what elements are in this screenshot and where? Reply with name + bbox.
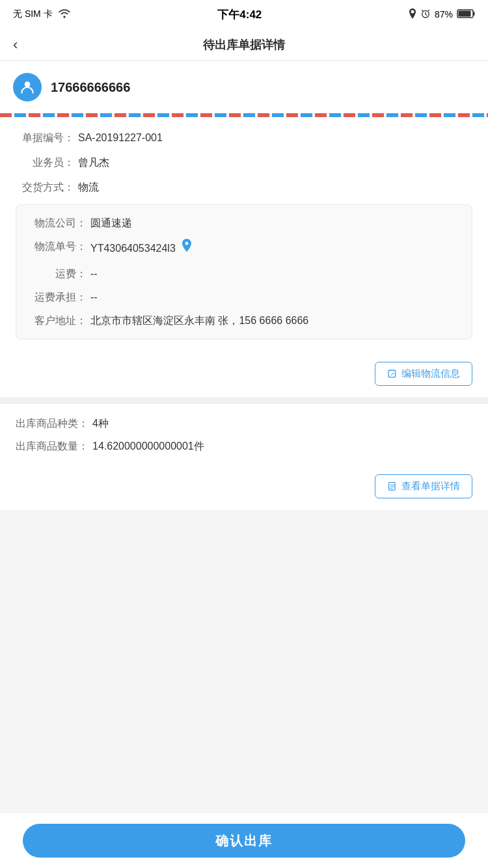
edit-btn-container: 编辑物流信息 bbox=[0, 353, 488, 398]
goods-types-row: 出库商品种类： 4种 bbox=[16, 417, 472, 431]
logistics-company-label: 物流公司： bbox=[28, 215, 87, 231]
status-right: 87% bbox=[409, 8, 475, 21]
edit-icon bbox=[387, 369, 398, 379]
order-no-value: SA-20191227-001 bbox=[78, 130, 472, 146]
sales-person-label: 业务员： bbox=[16, 155, 74, 170]
edit-logistics-button[interactable]: 编辑物流信息 bbox=[375, 362, 472, 386]
sales-person-row: 业务员： 曾凡杰 bbox=[16, 155, 472, 170]
goods-quantity-label: 出库商品数量： bbox=[16, 440, 88, 454]
svg-rect-6 bbox=[389, 482, 395, 490]
delivery-method-value: 物流 bbox=[78, 180, 472, 195]
logistics-card: 物流公司： 圆通速递 物流单号： YT43064053424l3 运费： -- … bbox=[16, 204, 472, 340]
freight-row: 运费： -- bbox=[28, 266, 460, 282]
freight-value: -- bbox=[90, 266, 460, 282]
customer-phone: 17666666666 bbox=[51, 80, 130, 95]
freight-label: 运费： bbox=[28, 266, 87, 282]
confirm-btn-container: 确认出库 bbox=[0, 813, 488, 868]
back-button[interactable]: ‹ bbox=[13, 36, 39, 53]
battery-icon bbox=[457, 9, 475, 20]
goods-types-label: 出库商品种类： bbox=[16, 417, 88, 431]
alarm-status-icon bbox=[420, 8, 431, 21]
sales-person-value: 曾凡杰 bbox=[78, 155, 472, 170]
document-icon bbox=[387, 481, 398, 492]
address-row: 客户地址： 北京市市辖区海淀区永丰南 张，156 6666 6666 bbox=[28, 313, 460, 329]
delivery-method-row: 交货方式： 物流 bbox=[16, 180, 472, 195]
view-btn-container: 查看单据详情 bbox=[0, 467, 488, 510]
freight-bearer-row: 运费承担： -- bbox=[28, 290, 460, 305]
tracking-no-label: 物流单号： bbox=[28, 239, 87, 254]
tracking-no-row: 物流单号： YT43064053424l3 bbox=[28, 239, 460, 258]
confirm-outbound-button[interactable]: 确认出库 bbox=[23, 824, 465, 858]
status-bar: 无 SIM 卡 下午4:42 87% bbox=[0, 0, 488, 29]
svg-rect-5 bbox=[388, 370, 396, 377]
goods-section: 出库商品种类： 4种 出库商品数量： 14.620000000000001件 bbox=[0, 404, 488, 467]
location-status-icon bbox=[409, 8, 416, 21]
tracking-no-value: YT43064053424l3 bbox=[90, 239, 460, 258]
customer-avatar bbox=[13, 73, 42, 102]
status-left: 无 SIM 卡 bbox=[13, 8, 71, 20]
page-title: 待出库单据详情 bbox=[203, 37, 285, 53]
battery-label: 87% bbox=[435, 9, 453, 20]
freight-bearer-value: -- bbox=[90, 290, 460, 305]
address-label: 客户地址： bbox=[28, 313, 87, 329]
view-details-button[interactable]: 查看单据详情 bbox=[375, 474, 472, 498]
goods-quantity-value: 14.620000000000001件 bbox=[92, 440, 204, 454]
logistics-company-row: 物流公司： 圆通速递 bbox=[28, 215, 460, 231]
status-time: 下午4:42 bbox=[217, 7, 262, 22]
page-spacer bbox=[0, 510, 488, 809]
order-no-label: 单据编号： bbox=[16, 130, 74, 146]
carrier-label: 无 SIM 卡 bbox=[13, 8, 53, 20]
delivery-method-label: 交货方式： bbox=[16, 180, 74, 195]
person-icon bbox=[19, 79, 36, 96]
wifi-icon bbox=[58, 9, 71, 20]
svg-rect-3 bbox=[458, 10, 470, 16]
goods-types-value: 4种 bbox=[92, 417, 109, 431]
tracking-location-icon[interactable] bbox=[181, 239, 193, 258]
goods-quantity-row: 出库商品数量： 14.620000000000001件 bbox=[16, 440, 472, 454]
address-value: 北京市市辖区海淀区永丰南 张，156 6666 6666 bbox=[90, 313, 460, 329]
svg-rect-2 bbox=[473, 12, 475, 16]
svg-point-4 bbox=[25, 81, 31, 87]
customer-header: 17666666666 bbox=[0, 61, 488, 113]
order-no-row: 单据编号： SA-20191227-001 bbox=[16, 130, 472, 146]
logistics-company-value: 圆通速递 bbox=[90, 215, 460, 231]
section-divider bbox=[0, 398, 488, 404]
order-info-section: 单据编号： SA-20191227-001 业务员： 曾凡杰 交货方式： 物流 … bbox=[0, 117, 488, 353]
nav-bar: ‹ 待出库单据详情 bbox=[0, 29, 488, 61]
freight-bearer-label: 运费承担： bbox=[28, 290, 87, 305]
